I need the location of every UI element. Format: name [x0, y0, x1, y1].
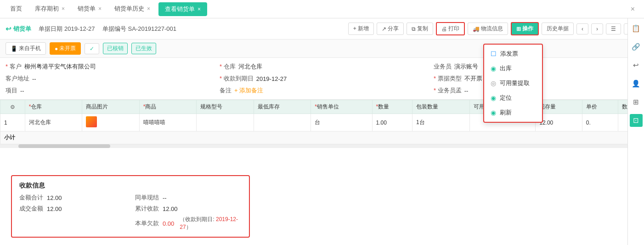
- refresh-icon: ◉: [491, 109, 496, 116]
- spec-col-header: 规格型号: [197, 100, 254, 114]
- subtotal-row: 小计: [0, 131, 644, 144]
- customer-field: 客户 柳州粤港平安气体有限公司: [6, 63, 210, 71]
- add-note-button[interactable]: + 添加备注: [234, 86, 263, 95]
- right-sidebar: 📋 🔗 ↩ 👤 ⊞ ⊡: [627, 18, 644, 245]
- address-field: 客户地址 --: [6, 74, 210, 83]
- settings-col-header: ⚙: [0, 100, 25, 114]
- share-icon: ↗: [382, 26, 386, 32]
- cumulative-payment-row: 累计收款 12.00: [135, 205, 242, 213]
- tab-sales-history[interactable]: 销货单历史 ×: [108, 0, 157, 18]
- outbound-item[interactable]: ◉ 出库: [484, 61, 542, 76]
- copy-button[interactable]: ⧉ 复制: [407, 23, 433, 35]
- available-qty-item[interactable]: ◎ 可用量提取: [484, 76, 542, 91]
- product-table: ⚙ *仓库 商品图片 *商品 规格型号 最低库存 *销售单位 *数量 包装数量 …: [0, 100, 644, 171]
- pkg-qty-col-header: 包装数量: [412, 100, 470, 114]
- sidebar-expand-icon[interactable]: ⊡: [630, 114, 643, 127]
- copy-icon: ⧉: [412, 26, 416, 32]
- sidebar-undo-icon[interactable]: ↩: [630, 59, 643, 72]
- payment-summary: 收款信息 金额合计 12.00 成交金额 12.00: [11, 175, 250, 238]
- tab-home[interactable]: 首页: [4, 0, 28, 18]
- dot-orange-icon: ●: [55, 46, 58, 52]
- row-qty: 1.00: [372, 114, 412, 131]
- nav-prev-button[interactable]: ‹: [576, 23, 588, 34]
- sidebar-clipboard-icon[interactable]: 📋: [630, 22, 643, 35]
- sidebar-user-icon[interactable]: 👤: [630, 77, 643, 90]
- table-row: 1 河北仓库 嘻嘻嘻嘻 台 1.00 1台 12.00 0.: [0, 114, 644, 131]
- operations-button[interactable]: ⊞ 操作: [511, 22, 539, 35]
- row-pkg-qty: 1台: [412, 114, 470, 131]
- payment-date-field: 收款到期日 2019-12-27: [220, 74, 424, 83]
- view-mode-list[interactable]: ☰: [606, 23, 621, 34]
- refresh-item[interactable]: ◉ 刷新: [484, 105, 542, 120]
- warehouse-field: 仓库 河北仓库: [220, 63, 424, 71]
- already-sold-label: 已核销: [103, 43, 128, 54]
- tab-close-sales[interactable]: ×: [98, 6, 102, 12]
- doc-actions: + 新增 ↗ 分享 ⧉ 复制 🖨 打印 🚚 物流信息: [348, 22, 638, 35]
- note-field: 备注 + 添加备注: [220, 86, 424, 95]
- confirm-check-button[interactable]: ✓: [85, 43, 99, 54]
- nav-next-button[interactable]: ›: [591, 23, 603, 34]
- history-records-button[interactable]: 历史单据: [542, 23, 574, 35]
- tab-inventory-init[interactable]: 库存期初 ×: [28, 0, 71, 18]
- tab-close-history[interactable]: ×: [147, 6, 150, 12]
- unit-col-header: *销售单位: [311, 100, 372, 114]
- sidebar-grid-icon[interactable]: ⊞: [630, 96, 643, 108]
- row-product: 嘻嘻嘻嘻: [139, 114, 197, 131]
- tab-close-view[interactable]: ×: [198, 6, 201, 12]
- summary-title: 收款信息: [19, 182, 242, 190]
- available-qty-icon: ◎: [491, 80, 496, 87]
- print-button[interactable]: 🖨 打印: [436, 22, 465, 35]
- subtotal-label: 小计: [0, 131, 644, 144]
- logistics-button[interactable]: 🚚 物流信息: [468, 23, 508, 35]
- doc-meta: 单据日期 2019-12-27 单据编号 SA-20191227-001: [39, 25, 176, 33]
- tab-view-sales-order[interactable]: 查看销货单 ×: [158, 2, 207, 16]
- row-min-stock: [254, 114, 311, 131]
- already-effective-label: 已生效: [131, 43, 156, 54]
- tab-sales-order[interactable]: 销货单 ×: [71, 0, 108, 18]
- qty-col-header: *数量: [372, 100, 412, 114]
- deal-amount-row: 成交金额 12.00: [19, 205, 126, 213]
- row-spec: [197, 114, 254, 131]
- locate-icon: ◉: [491, 94, 496, 102]
- warehouse-col-header: *仓库: [25, 100, 82, 114]
- row-img: [82, 114, 140, 131]
- add-invoice-item[interactable]: ☐ 添发票: [484, 46, 542, 61]
- close-window-button[interactable]: ×: [625, 5, 640, 13]
- min-stock-col-header: 最低库存: [254, 100, 311, 114]
- price-col-header: 单价: [582, 100, 618, 114]
- project-field: 项目 --: [6, 86, 210, 95]
- row-no: 1: [0, 114, 25, 131]
- grid-icon: ⊞: [516, 26, 521, 32]
- new-button[interactable]: + 新增: [348, 23, 374, 35]
- print-icon: 🖨: [441, 26, 447, 32]
- row-warehouse: 河北仓库: [25, 114, 82, 131]
- outbound-icon: ◉: [491, 65, 496, 72]
- operations-dropdown: ☐ 添发票 ◉ 出库 ◎ 可用量提取 ◉ 定位 ◉ 刷新: [483, 44, 543, 123]
- row-price: 0.: [582, 114, 618, 131]
- truck-icon: 🚚: [473, 26, 480, 32]
- not-opened-button[interactable]: ● 未开票: [50, 42, 81, 55]
- product-col-header: *商品: [139, 100, 197, 114]
- phone-icon: 📱: [11, 46, 17, 52]
- sidebar-link-icon[interactable]: 🔗: [630, 40, 643, 53]
- share-button[interactable]: ↗ 分享: [377, 23, 404, 35]
- doc-type-badge: ↩ 销货单: [6, 25, 31, 33]
- invoice-icon: ☐: [491, 50, 497, 57]
- total-amount-row: 金额合计 12.00: [19, 194, 126, 202]
- same-order-settle-row: 同单现结 --: [135, 194, 242, 202]
- img-col-header: 商品图片: [82, 100, 140, 114]
- check-icon: ✓: [90, 46, 94, 52]
- locate-item[interactable]: ◉ 定位: [484, 91, 542, 105]
- from-phone-button[interactable]: 📱 来自手机: [6, 42, 46, 55]
- tab-close-inventory[interactable]: ×: [62, 6, 65, 12]
- order-debt-row: 本单欠款 0.00 （收款到期日: 2019-12-27）: [135, 216, 242, 231]
- row-unit: 台: [311, 114, 372, 131]
